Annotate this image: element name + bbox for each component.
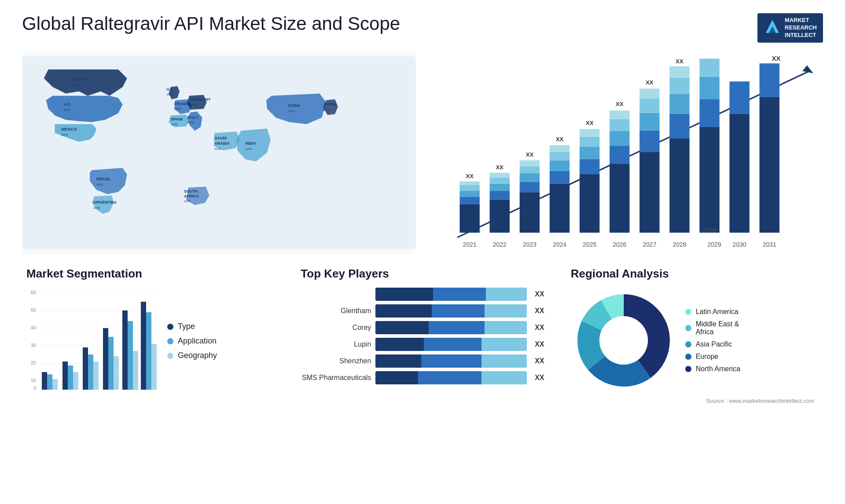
svg-rect-46: [490, 183, 510, 190]
svg-rect-69: [580, 129, 599, 136]
svg-rect-120: [42, 372, 47, 390]
svg-rect-45: [490, 191, 510, 199]
legend-geography: Geography: [167, 351, 217, 360]
player-bar-1: [375, 288, 527, 301]
svg-rect-136: [122, 310, 128, 390]
bar-chart-svg: XX 2021 XX 2022 XX: [434, 56, 814, 257]
svg-line-35: [457, 71, 809, 237]
svg-point-149: [599, 316, 648, 365]
player-value-glentham: XX: [535, 307, 544, 315]
svg-text:2021: 2021: [463, 241, 477, 248]
svg-rect-41: [459, 181, 479, 185]
svg-text:XX: XX: [586, 119, 594, 126]
svg-rect-38: [459, 197, 479, 204]
legend-label-application: Application: [178, 336, 217, 346]
bar-chart-section: XX 2021 XX 2022 XX: [429, 51, 823, 254]
legend-dot-application: [167, 338, 173, 344]
svg-text:2022: 2022: [493, 241, 507, 248]
svg-text:2023: 2023: [85, 393, 96, 393]
svg-text:2026: 2026: [613, 241, 626, 248]
svg-text:XX: XX: [556, 136, 564, 142]
svg-rect-138: [133, 351, 138, 390]
reg-legend-mea: Middle East &Africa: [685, 320, 740, 336]
svg-text:2028: 2028: [672, 241, 686, 248]
svg-rect-72: [610, 164, 629, 233]
svg-rect-122: [52, 379, 58, 390]
svg-rect-51: [520, 192, 540, 233]
svg-text:xx%: xx%: [288, 109, 295, 113]
svg-rect-140: [141, 302, 146, 390]
reg-label-europe: Europe: [696, 353, 719, 361]
player-value-1: XX: [535, 290, 544, 298]
svg-rect-134: [114, 356, 119, 390]
svg-rect-40: [459, 185, 479, 191]
svg-text:xx%: xx%: [166, 92, 173, 96]
svg-rect-89: [669, 77, 689, 94]
player-value-shenzhen: XX: [535, 357, 544, 365]
map-svg: CANADA xx% U.S. xx% MEXICO xx% BRAZIL xx…: [22, 51, 416, 254]
svg-rect-137: [128, 321, 133, 390]
regional-title: Regional Analysis: [571, 267, 814, 281]
player-row-shenzhen: Shenzhen XX: [301, 354, 544, 368]
svg-rect-47: [490, 177, 510, 183]
svg-text:2024: 2024: [553, 241, 566, 248]
bottom-grid: Market Segmentation 60 50 40 30 20 10 0: [22, 263, 823, 409]
svg-text:xx%: xx%: [215, 147, 221, 151]
page-container: Global Raltegravir API Market Size and S…: [0, 0, 845, 417]
donut-svg: [571, 288, 676, 393]
player-name-shenzhen: Shenzhen: [301, 357, 371, 365]
player-name-lupin: Lupin: [301, 340, 371, 348]
player-bar-seg-light: [486, 288, 527, 301]
player-bar-sms: [375, 371, 527, 384]
source-text: Source : www.marketresearchintellect.com: [571, 398, 814, 404]
svg-rect-80: [639, 130, 659, 152]
svg-text:10: 10: [31, 378, 36, 383]
svg-text:XX: XX: [526, 151, 534, 158]
player-bar-shenzhen: [375, 354, 527, 368]
svg-rect-44: [490, 199, 510, 233]
legend-dot-type: [167, 324, 173, 330]
svg-rect-83: [639, 88, 659, 99]
player-bar-seg-mid: [433, 288, 486, 301]
donut-chart: [571, 288, 676, 393]
player-bar-seg-dark: [375, 288, 433, 301]
svg-rect-66: [580, 159, 599, 174]
player-row-lupin: Lupin XX: [301, 338, 544, 351]
segmentation-legend: Type Application Geography: [167, 322, 217, 360]
svg-rect-55: [520, 160, 540, 166]
svg-text:xx%: xx%: [174, 106, 181, 110]
reg-legend-europe: Europe: [685, 353, 740, 361]
svg-text:xx%: xx%: [96, 182, 103, 186]
svg-rect-59: [550, 171, 569, 183]
player-name-glentham: Glentham: [301, 307, 371, 315]
svg-rect-79: [639, 152, 659, 233]
regional-section: Regional Analysis: [562, 263, 823, 409]
player-row-1: XX: [301, 288, 544, 301]
svg-text:xx%: xx%: [72, 83, 79, 87]
player-bar-sms-light: [481, 371, 527, 384]
svg-text:2025: 2025: [125, 393, 135, 393]
svg-rect-53: [520, 173, 540, 182]
player-bar-glentham: [375, 304, 527, 318]
svg-rect-52: [520, 182, 540, 192]
player-bar-lupin-mid: [424, 338, 481, 351]
player-bar-sms-mid: [418, 371, 481, 384]
logo-area: MARKET RESEARCH INTELLECT: [757, 13, 823, 43]
svg-text:xx%: xx%: [191, 102, 197, 106]
logo-box: MARKET RESEARCH INTELLECT: [757, 13, 823, 43]
legend-dot-geography: [167, 353, 173, 359]
map-container: CANADA xx% U.S. xx% MEXICO xx% BRAZIL xx…: [22, 51, 416, 254]
svg-rect-90: [669, 66, 689, 77]
svg-rect-95: [699, 77, 719, 99]
svg-text:30: 30: [31, 343, 36, 348]
svg-rect-121: [47, 374, 52, 390]
player-bar-glentham-light: [485, 304, 527, 318]
svg-text:XX: XX: [466, 172, 474, 179]
svg-text:0: 0: [33, 385, 36, 391]
svg-rect-86: [669, 139, 689, 233]
svg-rect-94: [699, 99, 719, 127]
segmentation-chart: 60 50 40 30 20 10 0: [26, 288, 158, 395]
player-value-lupin: XX: [535, 340, 544, 348]
svg-rect-75: [610, 119, 629, 131]
svg-text:20: 20: [31, 360, 36, 365]
